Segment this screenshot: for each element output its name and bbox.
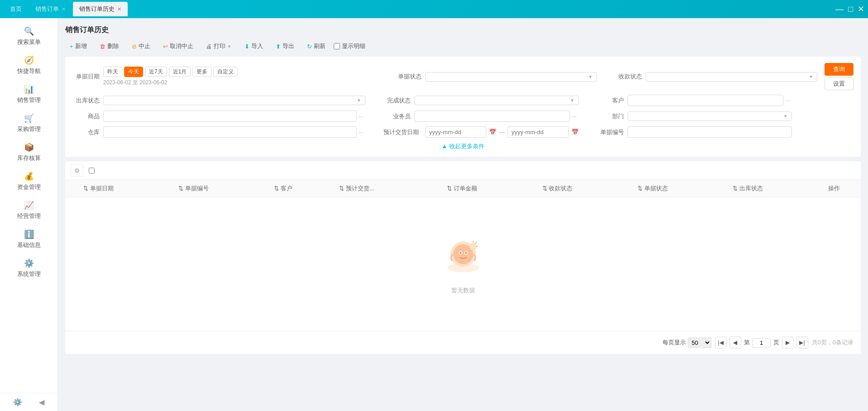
page-size-label: 每页显示 [662, 338, 686, 347]
tab-sales-order-history[interactable]: 销售订单历史 ✕ [73, 2, 128, 16]
date-btn-yesterday[interactable]: 昨天 [103, 67, 122, 77]
sidebar-item-search[interactable]: 🔍 搜索菜单 [0, 22, 58, 51]
page-title: 销售订单历史 [65, 25, 861, 35]
date-btn-1month[interactable]: 近1月 [169, 67, 191, 77]
goods-input[interactable] [103, 111, 357, 122]
export-button[interactable]: ⬆ 导出 [271, 40, 299, 52]
page-number-input[interactable] [753, 338, 771, 348]
close-tab-sales-order-history[interactable]: ✕ [117, 6, 121, 12]
th-outbound-status[interactable]: ⇅ 出库状态 [729, 180, 825, 198]
last-page-button[interactable]: ▶| [796, 337, 808, 348]
prev-page-button[interactable]: ◀ [729, 337, 741, 348]
department-select[interactable]: ▼ [628, 111, 792, 121]
settings-bottom-icon[interactable]: ⚙️ [13, 398, 22, 406]
page-size-selector: 每页显示 10 20 50 100 [662, 338, 711, 348]
filter-row-2: 出库状态 ▼ 完成状态 ▼ 客户 ··· [72, 95, 854, 106]
top-bar: 首页 销售订单 ✕ 销售订单历史 ✕ — □ ✕ [0, 0, 868, 18]
payment-status-select[interactable]: ▼ [646, 72, 817, 82]
sidebar-item-inventory[interactable]: 📦 库存核算 [0, 138, 58, 167]
th-bill-date[interactable]: ⇅ 单据日期 [80, 180, 175, 198]
maximize-icon[interactable]: □ [848, 5, 853, 14]
customer-input[interactable] [628, 95, 783, 106]
filter-row-4: 仓库 ··· 预计交货日期 📅 — 📅 单据编号 [72, 126, 854, 138]
expected-date-end[interactable] [508, 126, 569, 138]
date-separator: — [499, 129, 505, 135]
table-select-all[interactable] [89, 168, 95, 174]
refresh-button[interactable]: ↻ 刷新 [302, 40, 330, 52]
th-expected-date[interactable]: ⇅ 预计交货... [336, 180, 443, 198]
import-button[interactable]: ⬇ 导入 [240, 40, 268, 52]
next-page-button[interactable]: ▶ [782, 337, 794, 348]
salesman-input[interactable] [414, 111, 570, 122]
date-btn-7days[interactable]: 近7天 [145, 67, 167, 77]
table-settings-icon[interactable]: ⚙ [71, 164, 83, 177]
th-customer[interactable]: ⇅ 客户 [270, 180, 336, 198]
sidebar-item-purchase[interactable]: 🛒 采购管理 [0, 109, 58, 138]
print-icon: 🖨 [206, 43, 212, 50]
calendar-icon-start[interactable]: 📅 [489, 129, 496, 135]
cancel-stop-button[interactable]: ↩ 取消中止 [158, 40, 198, 52]
customer-label: 客户 [597, 97, 624, 105]
warehouse-dots[interactable]: ··· [357, 129, 365, 135]
set-button[interactable]: 设置 [825, 77, 854, 90]
add-button[interactable]: + 新增 [65, 40, 91, 52]
expected-date-start[interactable] [425, 126, 486, 138]
filter-area: 单据日期 昨天 今天 近7天 近1月 更多 自定义 2023-06-02 至 2… [65, 57, 861, 157]
bill-number-input[interactable] [628, 126, 792, 138]
date-btn-more[interactable]: 更多 [192, 67, 211, 77]
collapse-row[interactable]: ▲ 收起更多条件 [72, 142, 854, 150]
salesman-dots[interactable]: ··· [570, 113, 579, 120]
filter-cell-payment-status: 收款状态 ▼ [615, 72, 817, 82]
delete-button[interactable]: 🗑 删除 [95, 40, 124, 52]
sidebar-item-system[interactable]: ⚙️ 系统管理 [0, 254, 58, 283]
complete-select[interactable]: ▼ [414, 96, 579, 105]
tab-home[interactable]: 首页 [4, 2, 28, 16]
th-bill-status[interactable]: ⇅ 单据状态 [634, 180, 729, 198]
date-btn-today[interactable]: 今天 [124, 67, 143, 77]
show-detail-input[interactable] [334, 43, 340, 49]
bill-status-select[interactable]: ▼ [425, 72, 597, 82]
goods-label: 商品 [72, 112, 100, 121]
sidebar-item-finance[interactable]: 💰 资金管理 [0, 167, 58, 196]
customer-dots[interactable]: ··· [783, 97, 792, 104]
th-payment-status[interactable]: ⇅ 收款状态 [539, 180, 634, 198]
outbound-select[interactable]: ▼ [103, 96, 365, 105]
payment-status-arrow: ▼ [809, 74, 813, 79]
purchase-icon: 🛒 [24, 113, 34, 123]
collapse-sidebar-icon[interactable]: ◀ [39, 398, 44, 406]
warehouse-input[interactable] [103, 126, 357, 138]
page-info: 共0页，0条记录 [812, 338, 854, 347]
department-label: 部门 [597, 112, 624, 121]
delete-icon: 🗑 [100, 43, 106, 50]
stop-button[interactable]: ⊘ 中止 [127, 40, 155, 52]
sidebar-item-sales[interactable]: 📊 销售管理 [0, 80, 58, 109]
minimize-icon[interactable]: — [835, 5, 844, 14]
department-arrow: ▼ [783, 114, 788, 119]
complete-label: 完成状态 [384, 97, 411, 105]
close-app-icon[interactable]: ✕ [858, 4, 864, 14]
filter-cell-goods: 商品 ··· [72, 111, 365, 122]
sidebar-item-label: 采购管理 [17, 125, 41, 133]
calendar-icon-end[interactable]: 📅 [571, 129, 579, 135]
sidebar-item-basic-info[interactable]: ℹ️ 基础信息 [0, 225, 58, 254]
date-btn-custom[interactable]: 自定义 [213, 67, 238, 77]
print-dropdown-icon[interactable]: ▼ [227, 44, 232, 49]
close-tab-sales-order[interactable]: ✕ [62, 6, 66, 12]
print-button[interactable]: 🖨 打印 ▼ [201, 40, 236, 52]
page-size-select-input[interactable]: 10 20 50 100 [688, 338, 711, 348]
filter-cell-date: 单据日期 昨天 今天 近7天 近1月 更多 自定义 2023-06-02 至 2… [72, 67, 376, 87]
pagination: 每页显示 10 20 50 100 |◀ ◀ 第 页 ▶ ▶| 共0页，0条记录 [65, 331, 861, 354]
svg-point-7 [470, 243, 477, 250]
sidebar-item-operations[interactable]: 📈 经营管理 [0, 196, 58, 225]
page-label: 第 [744, 338, 750, 347]
first-page-button[interactable]: |◀ [715, 337, 727, 348]
th-order-amount[interactable]: ⇅ 订单金额 [443, 180, 538, 198]
filter-cell-salesman: 业务员 ··· [384, 111, 579, 122]
show-detail-checkbox[interactable]: 显示明细 [334, 42, 365, 50]
table-header-toolbar: ⚙ [65, 161, 861, 180]
query-button[interactable]: 查询 [825, 63, 854, 76]
goods-dots[interactable]: ··· [357, 113, 365, 120]
sidebar-item-nav[interactable]: 🧭 快捷导航 [0, 51, 58, 80]
th-bill-no[interactable]: ⇅ 单据编号 [175, 180, 270, 198]
tab-sales-order[interactable]: 销售订单 ✕ [29, 2, 72, 16]
